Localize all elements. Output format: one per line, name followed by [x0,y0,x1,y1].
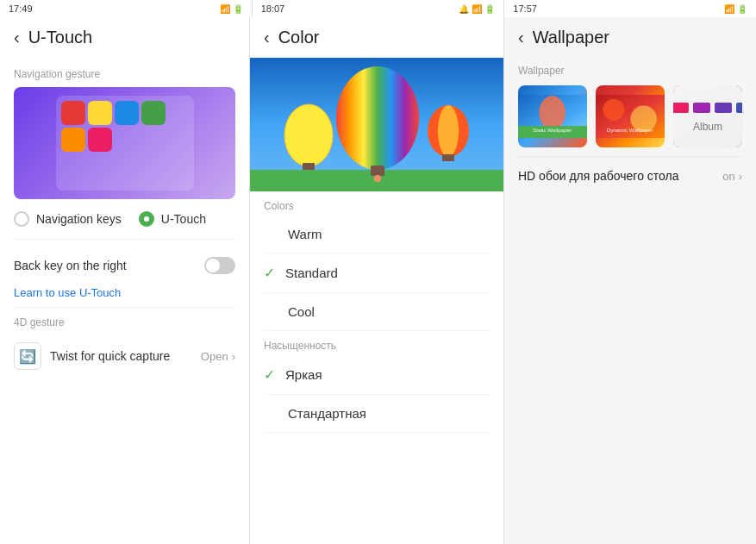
time-3: 17:57 [513,3,537,14]
twist-value: Open [201,350,228,363]
svg-text:Static Wallpaper: Static Wallpaper [533,127,572,133]
radio-label-nav: Navigation keys [36,212,122,226]
toggle-knob [206,259,220,272]
color-standard-label: Standard [285,266,338,280]
divider-2 [14,307,235,308]
color-warm[interactable]: Warm [264,216,490,253]
wallpaper-static-thumb[interactable]: Static Wallpaper [518,85,587,147]
panel1-title: U-Touch [28,28,92,47]
divider-1 [14,239,235,240]
twist-row: 🔄 Twist for quick capture Open › [14,334,235,378]
time-2: 18:07 [261,3,285,14]
svg-rect-23 [693,103,710,113]
panels: ‹ U-Touch Navigation gesture Navigation … [0,17,756,544]
time-1: 17:49 [9,3,33,14]
panel-color: ‹ Color [250,17,504,544]
svg-rect-22 [673,103,689,113]
icons-1: 📶 🔋 [220,4,243,14]
svg-text:Album: Album [692,121,722,133]
app-icon-2 [88,101,112,125]
icons-3: 📶 🔋 [724,4,747,14]
color-warm-label: Warm [288,227,322,241]
saturation-bright-label: Яркая [285,367,322,382]
radio-group: Navigation keys U-Touch [14,211,235,227]
panel-uTouch: ‹ U-Touch Navigation gesture Navigation … [0,17,250,544]
saturation-label: Насыщенность [264,340,490,352]
app-icon-6 [88,128,112,152]
panel-wallpaper: ‹ Wallpaper Wallpaper [504,17,756,544]
radio-uTouch[interactable]: U-Touch [139,211,206,227]
phone-mockup [56,96,194,191]
wp-section-label: Wallpaper [518,65,742,77]
twist-icon: 🔄 [14,342,41,370]
hd-value: on [722,170,734,183]
app-icon-4 [141,101,166,125]
radio-circle-uTouch [139,211,154,227]
back-icon-2[interactable]: ‹ [264,28,270,47]
radio-circle-nav [14,211,29,227]
svg-rect-11 [442,154,454,161]
check-bright: ✓ [264,366,275,383]
app-icon-5 [61,128,85,152]
svg-point-12 [374,175,381,182]
svg-point-14 [539,96,565,129]
twist-left: 🔄 Twist for quick capture [14,342,170,370]
twist-label: Twist for quick capture [50,349,170,363]
hd-right: on › [722,170,742,183]
hd-chevron: › [739,170,742,183]
hd-row[interactable]: HD обои для рабочего стола on › [518,156,742,195]
wallpaper-dynamic-thumb[interactable]: Dynamic Wallpaper [596,85,665,147]
nav-gesture-image [14,87,235,199]
static-preview: Static Wallpaper [518,85,587,147]
twist-right[interactable]: Open › [201,350,235,363]
color-list: Colors Warm ✓ Standard Cool Насыщенность… [250,191,503,544]
nav-gesture-label: Navigation gesture [14,68,235,80]
icons-2: 🔔 📶 🔋 [459,4,495,14]
svg-rect-8 [303,163,315,170]
panel1-content: Navigation gesture Navigation keys [0,58,249,544]
color-cool-label: Cool [288,304,315,319]
app-icon-1 [61,101,85,125]
color-hero-image [250,58,503,191]
panel1-header: ‹ U-Touch [0,17,249,58]
color-cool[interactable]: Cool [264,293,490,331]
check-standard: ✓ [264,265,275,281]
back-icon-1[interactable]: ‹ [14,28,20,47]
radio-label-uTouch: U-Touch [161,212,206,226]
radio-nav-keys[interactable]: Navigation keys [14,211,122,227]
svg-rect-24 [715,103,732,113]
svg-point-18 [603,99,624,121]
back-icon-3[interactable]: ‹ [518,28,524,47]
svg-rect-3 [371,166,384,176]
wallpaper-content: Wallpaper [504,58,756,544]
album-preview: Album [673,85,742,147]
learn-link[interactable]: Learn to use U-Touch [14,286,121,299]
panel3-header: ‹ Wallpaper [504,17,756,58]
panel2-title: Color [278,28,320,47]
dynamic-preview: Dynamic Wallpaper [596,85,665,147]
svg-text:Dynamic Wallpaper: Dynamic Wallpaper [607,127,653,133]
saturation-standard[interactable]: Стандартная [264,395,490,433]
colors-section-label: Colors [264,200,490,212]
status-bar-3: 17:57 📶 🔋 [504,0,756,17]
balloon-svg [250,58,503,191]
twist-chevron: › [232,350,235,363]
svg-rect-25 [736,103,743,113]
saturation-bright[interactable]: ✓ Яркая [264,355,490,395]
svg-point-2 [336,66,419,170]
saturation-standard-label: Стандартная [288,406,366,421]
status-bars: 17:49 📶 🔋 18:07 🔔 📶 🔋 17:57 📶 🔋 [0,0,756,17]
svg-rect-21 [673,85,742,147]
app-icon-3 [115,101,139,125]
wallpaper-album-thumb[interactable]: Album [673,85,742,147]
panel2-header: ‹ Color [250,17,503,58]
panel3-title: Wallpaper [533,28,609,47]
hd-label: HD обои для рабочего стола [518,169,679,183]
back-key-row: Back key on the right [14,247,235,285]
wallpaper-grid: Static Wallpaper [518,85,742,147]
back-key-toggle[interactable] [204,257,235,274]
color-standard[interactable]: ✓ Standard [264,253,490,293]
gesture-label: 4D gesture [14,316,235,328]
back-key-label: Back key on the right [14,259,127,272]
svg-point-10 [438,105,459,157]
